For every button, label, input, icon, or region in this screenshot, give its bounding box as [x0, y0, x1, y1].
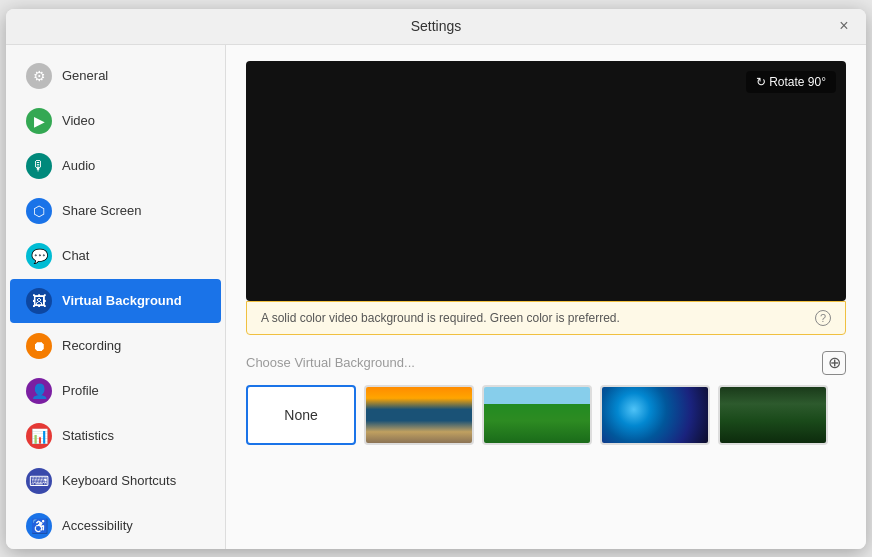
virtual-background-label: Virtual Background [62, 293, 182, 308]
background-item-grass[interactable] [482, 385, 592, 445]
choose-label: Choose Virtual Background... [246, 355, 415, 370]
sidebar-item-statistics[interactable]: 📊Statistics [10, 414, 221, 458]
info-text: A solid color video background is requir… [261, 311, 620, 325]
choose-section: Choose Virtual Background... ⊕ None [246, 351, 846, 445]
rotate-label: ↻ Rotate 90° [756, 75, 826, 89]
sidebar-item-share-screen[interactable]: ⬡Share Screen [10, 189, 221, 233]
background-item-forest[interactable] [718, 385, 828, 445]
backgrounds-grid: None [246, 385, 846, 445]
titlebar: Settings × [6, 9, 866, 45]
chat-label: Chat [62, 248, 89, 263]
help-icon[interactable]: ? [815, 310, 831, 326]
video-icon: ▶ [26, 108, 52, 134]
sidebar-item-recording[interactable]: ⏺Recording [10, 324, 221, 368]
keyboard-shortcuts-icon: ⌨ [26, 468, 52, 494]
recording-icon: ⏺ [26, 333, 52, 359]
sidebar-item-chat[interactable]: 💬Chat [10, 234, 221, 278]
recording-label: Recording [62, 338, 121, 353]
profile-icon: 👤 [26, 378, 52, 404]
background-item-bridge[interactable] [364, 385, 474, 445]
window-title: Settings [411, 18, 462, 34]
general-icon: ⚙ [26, 63, 52, 89]
sidebar-item-accessibility[interactable]: ♿Accessibility [10, 504, 221, 548]
audio-label: Audio [62, 158, 95, 173]
content-area: ⚙General▶Video🎙Audio⬡Share Screen💬Chat🖼V… [6, 45, 866, 549]
keyboard-shortcuts-label: Keyboard Shortcuts [62, 473, 176, 488]
accessibility-label: Accessibility [62, 518, 133, 533]
virtual-background-icon: 🖼 [26, 288, 52, 314]
sidebar-item-video[interactable]: ▶Video [10, 99, 221, 143]
info-bar: A solid color video background is requir… [246, 301, 846, 335]
add-background-button[interactable]: ⊕ [822, 351, 846, 375]
video-preview: ↻ Rotate 90° [246, 61, 846, 301]
background-item-none[interactable]: None [246, 385, 356, 445]
statistics-icon: 📊 [26, 423, 52, 449]
share-screen-icon: ⬡ [26, 198, 52, 224]
statistics-label: Statistics [62, 428, 114, 443]
accessibility-icon: ♿ [26, 513, 52, 539]
video-label: Video [62, 113, 95, 128]
background-item-space[interactable] [600, 385, 710, 445]
main-content: ↻ Rotate 90° A solid color video backgro… [226, 45, 866, 549]
settings-window: Settings × ⚙General▶Video🎙Audio⬡Share Sc… [6, 9, 866, 549]
rotate-button[interactable]: ↻ Rotate 90° [746, 71, 836, 93]
profile-label: Profile [62, 383, 99, 398]
sidebar-item-virtual-background[interactable]: 🖼Virtual Background [10, 279, 221, 323]
audio-icon: 🎙 [26, 153, 52, 179]
close-button[interactable]: × [834, 16, 854, 36]
choose-header: Choose Virtual Background... ⊕ [246, 351, 846, 375]
sidebar-item-audio[interactable]: 🎙Audio [10, 144, 221, 188]
sidebar-item-keyboard-shortcuts[interactable]: ⌨Keyboard Shortcuts [10, 459, 221, 503]
sidebar-item-general[interactable]: ⚙General [10, 54, 221, 98]
chat-icon: 💬 [26, 243, 52, 269]
sidebar-item-profile[interactable]: 👤Profile [10, 369, 221, 413]
share-screen-label: Share Screen [62, 203, 142, 218]
sidebar: ⚙General▶Video🎙Audio⬡Share Screen💬Chat🖼V… [6, 45, 226, 549]
general-label: General [62, 68, 108, 83]
none-label: None [284, 407, 317, 423]
